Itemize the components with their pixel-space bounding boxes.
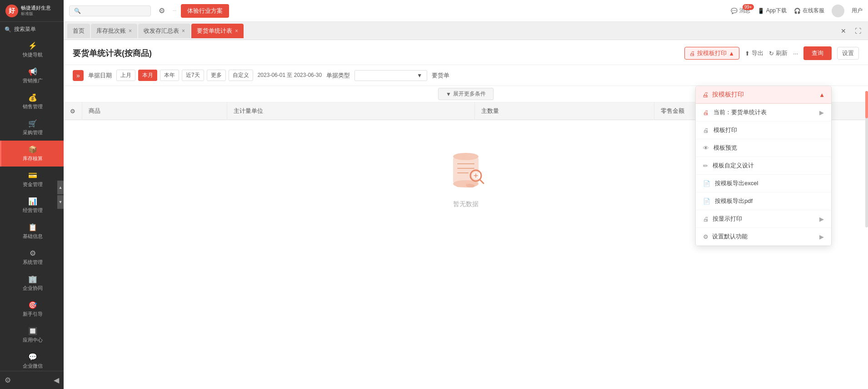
dropdown-template-pdf[interactable]: 📄 按模板导出pdf bbox=[696, 192, 831, 210]
date-btn-7days[interactable]: 近7天 bbox=[182, 70, 204, 81]
message-btn[interactable]: 💬 消息 99+ bbox=[731, 7, 750, 15]
enterprise-label: 企业协同 bbox=[23, 285, 43, 292]
sidebar-item-sales[interactable]: 💰 销售管理 bbox=[0, 89, 64, 115]
tab-receivable-summary[interactable]: 收发存汇总表 × bbox=[138, 24, 190, 38]
topbar-search[interactable]: 🔍 bbox=[69, 5, 151, 16]
set-default-icon: ⚙ bbox=[703, 233, 708, 240]
tab-home[interactable]: 首页 bbox=[67, 24, 90, 38]
sidebar-item-wechat[interactable]: 💬 企业微信 bbox=[0, 348, 64, 371]
dropdown-chevron-up-icon: ▲ bbox=[819, 91, 825, 98]
template-design-icon: ✏ bbox=[703, 162, 708, 169]
wechat-label: 企业微信 bbox=[23, 363, 43, 369]
date-btn-more[interactable]: 更多 bbox=[207, 70, 226, 81]
online-service-label: 在线客服 bbox=[803, 7, 824, 15]
quick-nav-label: 快捷导航 bbox=[23, 51, 43, 58]
dropdown-display-print[interactable]: 🖨 按显示打印 ▶ bbox=[696, 210, 831, 228]
topbar: 🔍 ⚙ 体验行业方案 💬 消息 99+ 📱 App下载 🎧 在线客服 用户 bbox=[64, 0, 868, 22]
tab-order-stats-close[interactable]: × bbox=[235, 28, 238, 34]
dropdown-current-icon: 🖨 bbox=[703, 109, 709, 116]
sidebar-item-apps[interactable]: 🔲 应用中心 bbox=[0, 322, 64, 348]
date-group: 上月 本月 本年 近7天 更多 自定义 bbox=[116, 70, 253, 81]
dropdown-template-excel[interactable]: 📄 按模板导出excel bbox=[696, 175, 831, 192]
tab-close-all-btn[interactable]: ✕ bbox=[837, 25, 850, 37]
operation-label: 经营管理 bbox=[23, 207, 43, 214]
sidebar-search[interactable]: 🔍 搜索菜单 bbox=[0, 22, 64, 37]
enterprise-icon: 🏢 bbox=[28, 275, 37, 283]
user-avatar[interactable] bbox=[832, 5, 844, 17]
message-icon: 💬 bbox=[731, 8, 738, 14]
date-btn-this-month[interactable]: 本月 bbox=[138, 70, 157, 81]
tab-receivable-summary-label: 收发存汇总表 bbox=[144, 27, 179, 35]
sidebar-item-inventory[interactable]: 📦 库存核算 bbox=[0, 141, 64, 167]
tab-batch-account-label: 库存批次账 bbox=[96, 27, 126, 35]
tab-order-stats[interactable]: 要货单统计表 × bbox=[191, 24, 244, 38]
dropdown-current-item[interactable]: 🖨 当前：要货单统计表 ▶ bbox=[696, 104, 831, 121]
wechat-icon: 💬 bbox=[28, 353, 37, 361]
inventory-label: 库存核算 bbox=[23, 155, 43, 162]
username-label: 用户 bbox=[852, 7, 863, 15]
export-btn[interactable]: ⬆ 导出 bbox=[745, 49, 763, 57]
tab-receivable-summary-close[interactable]: × bbox=[182, 28, 185, 34]
online-service-btn[interactable]: 🎧 在线客服 bbox=[794, 7, 824, 15]
svg-point-2 bbox=[453, 153, 479, 160]
query-btn[interactable]: 查询 bbox=[803, 46, 832, 60]
marketing-label: 营销推广 bbox=[23, 77, 43, 84]
dropdown-template-design[interactable]: ✏ 模板自定义设计 bbox=[696, 157, 831, 175]
dropdown-template-print[interactable]: 🖨 模板打印 bbox=[696, 121, 831, 139]
dropdown-template-preview[interactable]: 👁 模板预览 bbox=[696, 139, 831, 157]
tab-batch-account-close[interactable]: × bbox=[129, 28, 132, 34]
main-area: 🔍 ⚙ 体验行业方案 💬 消息 99+ 📱 App下载 🎧 在线客服 用户 bbox=[64, 0, 868, 389]
filter-expand-btn[interactable]: » bbox=[73, 70, 84, 81]
more-options-btn[interactable]: ··· bbox=[793, 50, 798, 57]
order-label: 要货单 bbox=[432, 71, 449, 80]
dropdown-set-default[interactable]: ⚙ 设置默认功能 ▶ bbox=[696, 228, 831, 246]
template-preview-icon: 👁 bbox=[703, 145, 709, 152]
date-btn-last-month[interactable]: 上月 bbox=[116, 70, 135, 81]
settings-bottom-icon[interactable]: ⚙ bbox=[5, 376, 11, 384]
col-settings-icon: ⚙ bbox=[70, 108, 75, 115]
right-scrollbar-thumb[interactable] bbox=[865, 91, 868, 118]
sidebar-item-quick-nav[interactable]: ⚡ 快捷导航 bbox=[0, 37, 64, 63]
refresh-btn[interactable]: ↻ 刷新 bbox=[769, 49, 788, 57]
type-select[interactable]: ▼ bbox=[354, 70, 427, 81]
system-label: 系统管理 bbox=[23, 259, 43, 266]
tab-batch-account[interactable]: 库存批次账 × bbox=[91, 24, 137, 38]
sidebar-item-operation[interactable]: 📊 经营管理 bbox=[0, 192, 64, 218]
sidebar-item-finance[interactable]: 💳 资金管理 bbox=[0, 167, 64, 192]
topbar-gear-icon[interactable]: ⚙ bbox=[155, 5, 168, 17]
sidebar-item-guide[interactable]: 🎯 新手引导 bbox=[0, 296, 64, 322]
dropdown-header[interactable]: 🖨 按模板打印 ▲ bbox=[696, 86, 831, 104]
collapse-icon[interactable]: ◀ bbox=[54, 376, 59, 384]
date-btn-custom[interactable]: 自定义 bbox=[229, 70, 253, 81]
sidebar-item-system[interactable]: ⚙ 系统管理 bbox=[0, 244, 64, 270]
expand-more-icon: ▼ bbox=[446, 91, 451, 97]
finance-label: 资金管理 bbox=[23, 181, 43, 188]
empty-text: 暂无数据 bbox=[453, 200, 479, 208]
app-download-btn[interactable]: 📱 App下载 bbox=[758, 7, 787, 15]
sales-icon: 💰 bbox=[28, 93, 37, 102]
expand-more-btn[interactable]: ▼ 展开更多条件 bbox=[438, 88, 494, 100]
scroll-down-arrow[interactable]: ▼ bbox=[57, 195, 64, 209]
template-excel-icon: 📄 bbox=[703, 180, 710, 187]
sidebar-item-purchase[interactable]: 🛒 采购管理 bbox=[0, 115, 64, 141]
sidebar-item-enterprise[interactable]: 🏢 企业协同 bbox=[0, 270, 64, 296]
set-default-label: 设置默认功能 bbox=[712, 232, 748, 241]
sidebar-item-basic[interactable]: 📋 基础信息 bbox=[0, 218, 64, 244]
sidebar-item-marketing[interactable]: 📢 营销推广 bbox=[0, 63, 64, 89]
settings-btn[interactable]: 设置 bbox=[837, 47, 859, 60]
refresh-label: 刷新 bbox=[776, 49, 788, 57]
trial-btn[interactable]: 体验行业方案 bbox=[181, 4, 229, 18]
col-qty: 主数量 bbox=[475, 102, 654, 120]
scroll-up-arrow[interactable]: ▲ bbox=[57, 181, 64, 194]
tab-maximize-btn[interactable]: ⛶ bbox=[852, 25, 864, 37]
sales-label: 销售管理 bbox=[23, 103, 43, 110]
col-settings[interactable]: ⚙ bbox=[64, 102, 82, 120]
export-label: 导出 bbox=[752, 49, 763, 57]
date-btn-this-year[interactable]: 本年 bbox=[160, 70, 179, 81]
template-pdf-icon: 📄 bbox=[703, 198, 710, 205]
dropdown-printer-icon: 🖨 bbox=[702, 91, 708, 98]
print-template-btn[interactable]: 🖨 按模板打印 ▲ bbox=[684, 47, 739, 60]
quick-nav-icon: ⚡ bbox=[28, 41, 37, 50]
guide-label: 新手引导 bbox=[23, 311, 43, 318]
message-badge: 99+ bbox=[743, 4, 754, 10]
